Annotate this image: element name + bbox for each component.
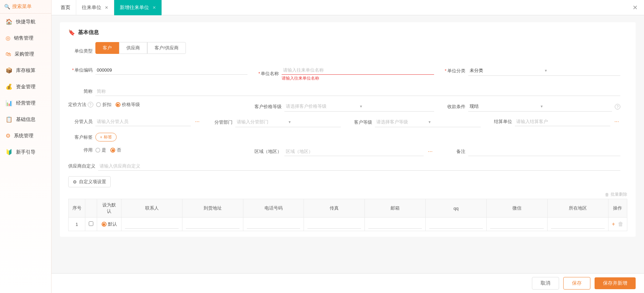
pricing-label: 定价方法 ? — [68, 101, 93, 108]
region-more-btn[interactable]: ··· — [426, 148, 434, 155]
sidebar-item-inventory[interactable]: 📦 库存核算 — [0, 62, 51, 79]
radio-discount[interactable]: 折扣 — [96, 101, 111, 108]
row-actions: + 🗑 — [612, 221, 623, 227]
tab-unit-list-label: 往来单位 — [82, 5, 101, 11]
custom-settings-btn[interactable]: ⚙ 自定义项设置 — [68, 176, 111, 187]
remark-input[interactable] — [468, 147, 620, 156]
batch-delete-label[interactable]: 批量删除 — [611, 192, 627, 197]
manager-more-btn[interactable]: ··· — [194, 119, 201, 125]
field-region: 区域（地区） ··· — [254, 147, 441, 156]
sidebar-item-finance[interactable]: 💰 资金管理 — [0, 79, 51, 95]
email-input[interactable] — [368, 220, 422, 229]
tab-home[interactable]: 首页 — [55, 0, 76, 15]
sidebar-item-guide[interactable]: 🔰 新手引导 — [0, 144, 51, 160]
pricing-info-icon[interactable]: ? — [88, 102, 93, 107]
customer-level-select[interactable]: 请选择客户等级 ▾ — [375, 117, 481, 127]
supplier-custom-input[interactable] — [98, 162, 620, 171]
field-pricing: 定价方法 ? 折扣 价格等级 — [68, 101, 254, 108]
tabbar-close-btn[interactable]: ✕ — [630, 2, 641, 13]
radio-no[interactable]: 否 — [110, 147, 121, 153]
cell-fax[interactable] — [304, 218, 365, 231]
manager-input[interactable] — [95, 117, 191, 126]
operations-icon: 📊 — [6, 100, 13, 106]
th-fax: 传真 — [304, 199, 365, 218]
field-disabled: 停用 是 否 — [68, 147, 254, 153]
row-checkbox[interactable] — [89, 221, 93, 226]
row-supplier-custom: 供应商自定义 — [68, 162, 627, 171]
code-input[interactable] — [95, 66, 248, 75]
settlement-input[interactable] — [515, 117, 610, 126]
category-select[interactable]: 未分类 ▾ — [468, 66, 620, 76]
unit-type-buttons: 客户 供应商 客户/供应商 — [95, 42, 186, 54]
guide-icon: 🔰 — [6, 149, 13, 155]
sidebar-item-basic-info[interactable]: 📋 基础信息 — [0, 111, 51, 128]
inventory-icon: 📦 — [6, 67, 13, 74]
cell-phone[interactable] — [243, 218, 304, 231]
customer-level-label: 客户等级 — [348, 119, 372, 125]
region-input[interactable] — [284, 147, 424, 156]
cell-address[interactable] — [182, 218, 243, 231]
tab-unit-list-close[interactable]: ✕ — [105, 5, 108, 10]
radio-price-level-label: 价格等级 — [122, 101, 140, 108]
address-input[interactable] — [186, 220, 239, 229]
sidebar-item-quick-nav[interactable]: 🏠 快捷导航 — [0, 14, 51, 30]
cell-qq[interactable] — [426, 218, 487, 231]
field-tags: 客户标签 + 标签 — [68, 133, 627, 141]
default-radio[interactable]: 默认 — [101, 221, 118, 227]
wechat-input[interactable] — [490, 220, 544, 229]
th-phone: 电话号码 — [243, 199, 304, 218]
category-label: *单位分类 — [441, 68, 465, 74]
abbr-input[interactable] — [95, 87, 620, 96]
name-input[interactable] — [282, 66, 434, 75]
btn-both[interactable]: 客户/供应商 — [147, 42, 186, 54]
search-menu-btn[interactable]: 🔍 搜索菜单 — [4, 3, 47, 10]
settlement-more-btn[interactable]: ··· — [613, 119, 620, 125]
add-row-btn[interactable]: + — [612, 221, 615, 227]
payment-select[interactable]: 现结 ▾ — [468, 101, 612, 112]
tab-new-unit-close[interactable]: ✕ — [152, 5, 156, 10]
payment-info-icon[interactable]: ? — [615, 104, 620, 109]
th-contact: 联系人 — [121, 199, 182, 218]
cell-check[interactable] — [85, 218, 97, 231]
customer-price-select[interactable]: 请选择客户价格等级 ▾ — [284, 101, 434, 112]
tab-unit-list[interactable]: 往来单位 ✕ — [76, 0, 114, 15]
cell-contact[interactable] — [121, 218, 182, 231]
qq-input[interactable] — [429, 220, 483, 229]
sidebar-item-operations[interactable]: 📊 经营管理 — [0, 95, 51, 111]
cell-default: 默认 — [97, 218, 121, 231]
sidebar-item-sales[interactable]: ◎ 销售管理 — [0, 30, 51, 46]
payment-value: 现结 — [470, 103, 540, 109]
cancel-button[interactable]: 取消 — [532, 277, 559, 290]
add-tag-btn[interactable]: + 标签 — [95, 133, 117, 141]
sidebar-search-area[interactable]: 🔍 搜索菜单 — [0, 0, 51, 14]
cell-area[interactable] — [547, 218, 608, 231]
save-button[interactable]: 保存 — [563, 277, 590, 290]
sidebar-item-system[interactable]: ⚙ 系统管理 — [0, 128, 51, 144]
radio-yes[interactable]: 是 — [95, 147, 106, 153]
sidebar-label-sales: 销售管理 — [14, 35, 33, 41]
name-input-wrap: 请输入往来单位名称 — [282, 66, 434, 81]
cell-wechat[interactable] — [487, 218, 548, 231]
contact-input[interactable] — [125, 220, 179, 229]
btn-customer[interactable]: 客户 — [95, 42, 119, 54]
cell-email[interactable] — [365, 218, 426, 231]
customer-level-chevron-icon: ▾ — [429, 120, 479, 124]
del-row-btn[interactable]: 🗑 — [618, 221, 623, 227]
dept-select[interactable]: 请输入分管部门 ▾ — [235, 117, 341, 127]
custom-settings-label: 自定义项设置 — [79, 179, 106, 185]
radio-price-level[interactable]: 价格等级 — [116, 101, 140, 108]
sidebar-item-purchase[interactable]: 🛍 采购管理 — [0, 46, 51, 62]
batch-delete-area: 🗑 批量删除 — [68, 192, 627, 197]
th-qq: qq — [426, 199, 487, 218]
area-input[interactable] — [551, 220, 605, 229]
save-new-button[interactable]: 保存并新增 — [595, 277, 636, 289]
section-header: 🔖 基本信息 — [68, 29, 627, 36]
radio-discount-label: 折扣 — [102, 101, 111, 108]
tab-home-label: 首页 — [61, 5, 70, 11]
fax-input[interactable] — [307, 220, 361, 229]
customer-price-chevron-icon: ▾ — [360, 104, 433, 109]
phone-input[interactable] — [247, 220, 300, 229]
tab-new-unit[interactable]: 新增往来单位 ✕ — [114, 0, 162, 15]
category-chevron-icon: ▾ — [545, 68, 619, 73]
btn-supplier[interactable]: 供应商 — [119, 42, 147, 54]
